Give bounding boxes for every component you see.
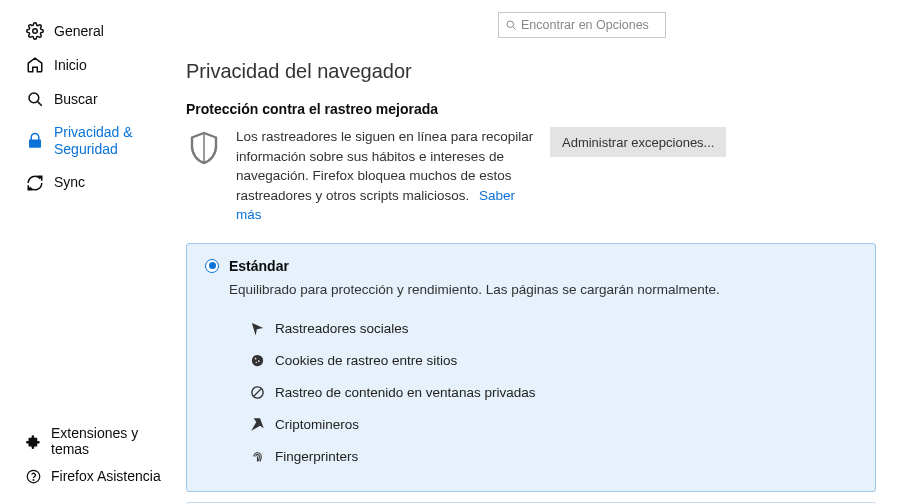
sidebar-item-support[interactable]: Firefox Asistencia <box>20 463 180 490</box>
cookies-icon <box>249 353 265 369</box>
sidebar-item-label: Extensiones y temas <box>51 425 174 459</box>
svg-line-2 <box>38 102 42 106</box>
sidebar-item-label: Buscar <box>54 91 98 108</box>
question-icon <box>26 469 41 484</box>
svg-point-4 <box>33 480 34 481</box>
svg-line-6 <box>513 27 516 30</box>
sidebar-item-privacy[interactable]: Privacidad & Seguridad <box>20 116 180 166</box>
feature-item: Criptomineros <box>249 409 857 441</box>
search-icon <box>26 90 44 108</box>
home-icon <box>26 56 44 74</box>
svg-point-1 <box>29 93 39 103</box>
fingerprinters-icon <box>249 449 265 465</box>
svg-point-10 <box>255 362 256 363</box>
option-title: Estándar <box>229 258 289 274</box>
sidebar-item-label: General <box>54 23 104 40</box>
sidebar-item-extensions[interactable]: Extensiones y temas <box>20 420 180 464</box>
page-title: Privacidad del navegador <box>186 60 876 83</box>
feature-item: Fingerprinters <box>249 441 857 473</box>
puzzle-icon <box>26 434 41 449</box>
search-input-container[interactable] <box>498 12 666 38</box>
manage-exceptions-button[interactable]: Administrar excepciones... <box>550 127 726 157</box>
shield-icon <box>186 127 222 225</box>
svg-point-7 <box>251 355 262 366</box>
sync-icon <box>26 174 44 192</box>
social-trackers-icon <box>249 321 265 337</box>
cryptominers-icon <box>249 417 265 433</box>
lock-icon <box>26 132 44 150</box>
sidebar-item-general[interactable]: General <box>20 14 180 48</box>
sidebar-item-sync[interactable]: Sync <box>20 166 180 200</box>
sidebar-item-search[interactable]: Buscar <box>20 82 180 116</box>
feature-item: Cookies de rastreo entre sitios <box>249 345 857 377</box>
option-desc: Equilibrado para protección y rendimient… <box>229 282 857 297</box>
svg-line-12 <box>253 388 262 397</box>
sidebar-item-label: Privacidad & Seguridad <box>54 124 174 158</box>
svg-point-9 <box>257 361 259 363</box>
sidebar-item-label: Firefox Asistencia <box>51 468 161 485</box>
sidebar-item-label: Inicio <box>54 57 87 74</box>
svg-point-8 <box>254 358 256 360</box>
gear-icon <box>26 22 44 40</box>
svg-point-5 <box>507 21 514 28</box>
content-tracking-icon <box>249 385 265 401</box>
section-title: Protección contra el rastreo mejorada <box>186 101 876 117</box>
svg-point-0 <box>33 29 38 34</box>
intro-text: Los rastreadores le siguen en línea para… <box>236 127 536 225</box>
feature-item: Rastreo de contenido en ventanas privada… <box>249 377 857 409</box>
feature-item: Rastreadores sociales <box>249 313 857 345</box>
search-input[interactable] <box>521 18 659 32</box>
radio-standard[interactable] <box>205 259 219 273</box>
option-standard[interactable]: Estándar Equilibrado para protección y r… <box>186 243 876 492</box>
sidebar-item-home[interactable]: Inicio <box>20 48 180 82</box>
search-icon <box>505 19 517 31</box>
sidebar-item-label: Sync <box>54 174 85 191</box>
